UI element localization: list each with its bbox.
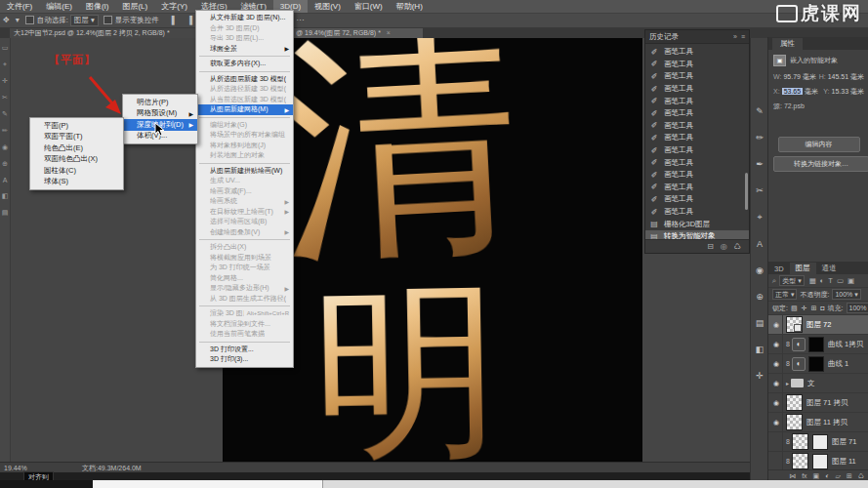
auto-select-checkbox[interactable]: [25, 16, 34, 24]
menu-item[interactable]: 拆分凸出(X) ▶: [196, 242, 293, 253]
dock-panel-icon[interactable]: ◧: [756, 345, 765, 354]
layer-name[interactable]: 曲线 1: [828, 359, 848, 369]
layers-footer-icon[interactable]: ▣: [813, 472, 820, 480]
visibility-toggle[interactable]: ◉: [770, 354, 783, 373]
menu-item[interactable]: 绘画系统 ▶: [196, 196, 293, 207]
dock-panel-icon[interactable]: ⌖: [757, 212, 762, 223]
filter-icon[interactable]: ▣: [847, 276, 854, 285]
lock-icon[interactable]: ▧: [791, 305, 798, 312]
dock-panel-icon[interactable]: ✏: [756, 133, 764, 142]
visibility-toggle[interactable]: ◉: [770, 452, 783, 469]
tool-icon[interactable]: ⊕: [2, 160, 8, 168]
menu-bar-item[interactable]: 图像(I): [79, 0, 116, 13]
history-item[interactable]: ✐ 画笔工具: [645, 46, 749, 59]
menu-item[interactable]: 导出 3D 图层(L)... ▶: [196, 33, 293, 44]
tool-icon[interactable]: ✎: [2, 110, 8, 118]
history-item[interactable]: ✐ 画笔工具: [645, 144, 749, 157]
tool-icon[interactable]: ▤: [2, 209, 9, 217]
layer-row[interactable]: ◉ ▸ 8 ◐ 曲线 1拷贝: [768, 335, 868, 354]
layer-name[interactable]: 图层 71: [832, 437, 856, 447]
dock-panel-icon[interactable]: A: [757, 239, 763, 249]
history-footer-icon[interactable]: ♺: [734, 242, 741, 251]
menu-item[interactable]: 球面全景 ▶: [196, 44, 293, 55]
lock-icon[interactable]: ⊞: [810, 305, 816, 312]
panel-menu-icon[interactable]: ≡: [741, 33, 745, 40]
layer-name[interactable]: 图层 71 拷贝: [806, 398, 848, 408]
menu-bar-item[interactable]: 窗口(W): [348, 0, 390, 13]
tab-close-icon[interactable]: ×: [387, 29, 391, 36]
fill-dropdown[interactable]: 100% ▾: [847, 303, 868, 313]
dock-panel-icon[interactable]: ⊕: [756, 292, 764, 302]
width-field[interactable]: W:95.79 毫米: [773, 72, 816, 82]
menu-item[interactable]: 从文件新建 3D 图层(N)... ▶: [196, 13, 293, 23]
x-field[interactable]: X:53.65 毫米: [773, 87, 818, 97]
submenu-item[interactable]: 网格预设(M) ▶: [123, 108, 197, 120]
layer-thumbnail[interactable]: [786, 316, 803, 333]
layers-footer-icon[interactable]: ▱: [835, 472, 840, 480]
history-item[interactable]: ✐ 画笔工具: [645, 83, 749, 96]
history-item[interactable]: ✐ 画笔工具: [645, 206, 749, 219]
y-field[interactable]: Y:15.33 毫米: [823, 87, 864, 97]
layer-name[interactable]: 文: [807, 379, 815, 388]
menu-item[interactable]: 显示/隐藏多边形(H) ▶: [196, 283, 293, 294]
show-transform-checkbox[interactable]: [103, 16, 112, 24]
filter-icon[interactable]: ◐: [820, 276, 825, 285]
panel-tab[interactable]: 3D: [768, 264, 790, 274]
history-item[interactable]: ▤ 栅格化3D图层: [645, 218, 749, 230]
convert-to-linked-button[interactable]: 转换为链接对象…: [773, 156, 868, 172]
menu-item[interactable]: 渲染 3D 图层(R) Alt+Shift+Ctrl+R ▶: [196, 308, 293, 319]
submenu-item[interactable]: 平面(P) ▶: [30, 120, 123, 132]
layer-row[interactable]: ◉ ▸ 8 ◐ 图层 11: [768, 452, 868, 469]
history-item[interactable]: ▤ 转换为智能对象: [645, 230, 749, 239]
visibility-toggle[interactable]: ◉: [770, 432, 783, 451]
blend-mode-dropdown[interactable]: 正常 ▾: [772, 289, 797, 300]
tab-properties[interactable]: 属性: [772, 38, 803, 50]
layer-thumbnail[interactable]: [792, 433, 808, 450]
tool-preset-chevron-icon[interactable]: ▾: [16, 16, 20, 24]
menu-item[interactable]: 3D 打印设置... ▶: [196, 345, 293, 355]
submenu-item[interactable]: 明信片(P) ▶: [123, 97, 197, 108]
menu-bar-item[interactable]: 帮助(H): [390, 0, 430, 13]
menu-item[interactable]: 在目标纹理上绘画(T) ▶: [196, 207, 293, 218]
menu-item[interactable]: 将场景中的所有对象编组 ▶: [196, 130, 293, 141]
menu-item[interactable]: 绘画衰减(F)... ▶: [196, 186, 293, 197]
history-item[interactable]: ✐ 画笔工具: [645, 59, 749, 71]
dock-panel-icon[interactable]: ✒: [756, 159, 764, 169]
edit-contents-button[interactable]: 编辑内容: [778, 137, 860, 152]
group-expand-icon[interactable]: ▸: [786, 380, 789, 386]
menu-item[interactable]: 从所选路径新建 3D 模型(P) ▶: [196, 84, 293, 95]
history-scrollbar[interactable]: [745, 173, 748, 210]
menu-bar-item[interactable]: 图层(L): [115, 0, 154, 13]
history-item[interactable]: ✐ 画笔工具: [645, 156, 749, 169]
dock-panel-icon[interactable]: ✛: [756, 371, 764, 381]
submenu-item[interactable]: 球体(S) ▶: [30, 177, 123, 188]
history-item[interactable]: ✐ 画笔工具: [645, 120, 749, 133]
layer-thumbnail[interactable]: [786, 414, 803, 430]
panel-tab[interactable]: 图层: [790, 263, 816, 274]
menu-item[interactable]: 封装地面上的对象 ▶: [196, 150, 293, 161]
menu-item[interactable]: 将文档渲染到文件... ▶: [196, 319, 293, 330]
layers-footer-icon[interactable]: ⊞: [847, 472, 852, 480]
lock-icon[interactable]: ◘: [820, 305, 824, 311]
visibility-toggle[interactable]: ◉: [770, 393, 783, 412]
tool-icon[interactable]: ▭: [2, 44, 9, 52]
visibility-toggle[interactable]: ◉: [770, 413, 783, 431]
history-footer-icon[interactable]: ◎: [721, 242, 727, 251]
menu-bar-item[interactable]: 编辑(E): [39, 0, 79, 13]
history-item[interactable]: ✐ 画笔工具: [645, 107, 749, 120]
layer-row[interactable]: ◉ ▸ 8 ◐ 图层 11 拷贝: [768, 413, 868, 432]
tool-icon[interactable]: ✛: [2, 77, 8, 85]
tool-icon[interactable]: ◧: [2, 192, 9, 200]
layer-mask-thumbnail[interactable]: [812, 454, 828, 469]
history-item[interactable]: ✐ 画笔工具: [645, 95, 749, 107]
history-item[interactable]: ✐ 画笔工具: [645, 193, 749, 206]
submenu-item[interactable]: 双面平面(T) ▶: [30, 132, 123, 143]
filter-icon[interactable]: ▭: [837, 276, 844, 285]
move-tool-icon[interactable]: ✥: [3, 16, 10, 24]
align-icon[interactable]: ▐: [186, 16, 192, 24]
height-field[interactable]: H:145.51 毫米: [819, 72, 864, 82]
tool-icon[interactable]: ✂: [2, 94, 8, 102]
filter-type-dropdown[interactable]: 类型 ▾: [779, 275, 804, 286]
layer-name[interactable]: 图层 11 拷贝: [806, 418, 847, 427]
menu-item[interactable]: 3D 打印(3)... ▶: [196, 354, 293, 365]
